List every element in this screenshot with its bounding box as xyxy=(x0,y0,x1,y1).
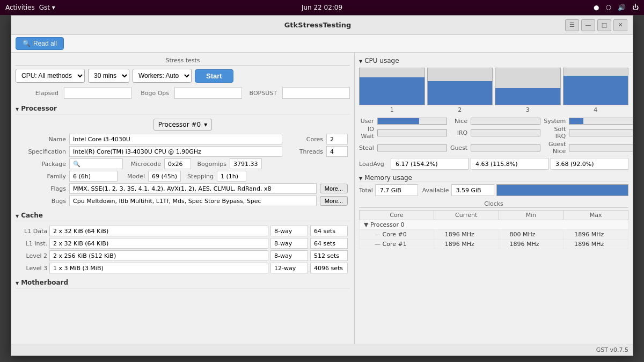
irq-stat-label: IRQ xyxy=(450,129,467,136)
processor-content: Processor #0 ▾ Name Intel Core i3-4030U … xyxy=(16,117,350,210)
level3-label: Level 3 xyxy=(18,265,47,272)
package-label: Package xyxy=(18,161,66,168)
stepping-value: 1 (1h) xyxy=(217,171,246,182)
iowait-stat-bar xyxy=(377,129,447,136)
level3-value: 1 x 3 MiB (3 MiB) xyxy=(49,263,268,273)
cpu-bar-3-label: 3 xyxy=(526,106,530,113)
available-label: Available xyxy=(422,187,449,194)
read-all-button[interactable]: 🔍 Read all xyxy=(16,37,64,50)
flags-row: Flags MMX, SSE(1, 2, 3, 3S, 4.1, 4.2), A… xyxy=(16,183,350,194)
maximize-button[interactable]: □ xyxy=(597,19,611,31)
l1data-sets: 64 sets xyxy=(310,226,348,236)
window-title: GtkStressTesting xyxy=(284,21,352,29)
cpu-bar-2-label: 2 xyxy=(458,106,462,113)
content-area: Stress tests CPU: All methods 30 mins Wo… xyxy=(11,53,633,344)
main-window: GtkStressTesting ☰ — □ ✕ 🔍 Read all Stre… xyxy=(11,15,633,356)
core1-max: 1896 MHz xyxy=(564,240,628,249)
loadavg-3: 3.68 (92.0%) xyxy=(551,158,628,170)
memory-bar xyxy=(496,184,629,196)
model-label: Model xyxy=(121,173,145,180)
spec-label: Specification xyxy=(18,148,66,155)
bogoops-label: Bogo Ops xyxy=(137,90,169,97)
name-value: Intel Core i3-4030U xyxy=(69,134,282,144)
level3-row: Level 3 1 x 3 MiB (3 MiB) 12-way 4096 se… xyxy=(16,263,350,273)
col-min: Min xyxy=(499,211,564,220)
cpu-method-select[interactable]: CPU: All methods xyxy=(16,69,85,83)
search-icon: 🔍 xyxy=(73,161,80,168)
level2-row: Level 2 2 x 256 KiB (512 KiB) 8-way 512 … xyxy=(16,250,350,261)
stress-controls: CPU: All methods 30 mins Workers: Auto S… xyxy=(16,69,350,83)
steal-stat-label: Steal xyxy=(359,144,374,151)
l1data-label: L1 Data xyxy=(18,228,47,235)
family-value: 6 (6h) xyxy=(69,171,118,182)
app-menu[interactable]: Gst ▾ xyxy=(39,4,55,11)
menu-button[interactable]: ☰ xyxy=(565,19,579,31)
core0-current: 1896 MHz xyxy=(434,230,499,240)
guest-stat-label: Guest xyxy=(450,144,467,151)
stepping-label: Stepping xyxy=(184,173,214,180)
cache-section-header[interactable]: Cache xyxy=(16,210,350,221)
core1-row: — Core #1 1896 MHz 1896 MHz 1896 MHz xyxy=(360,240,628,249)
motherboard-section-header[interactable]: Motherboard xyxy=(16,277,350,288)
memory-header: Memory usage xyxy=(359,174,628,182)
cache-section-label: Cache xyxy=(21,212,43,219)
bugs-label: Bugs xyxy=(18,198,66,205)
memory-title: Memory usage xyxy=(364,174,412,182)
cpu-bar-4: 4 xyxy=(563,68,629,113)
loadavg-row: LoadAvg 6.17 (154.2%) 4.63 (115.8%) 3.68… xyxy=(359,158,628,170)
cache-content: L1 Data 2 x 32 KiB (64 KiB) 8-way 64 set… xyxy=(16,223,350,277)
processor0-label: Processor 0 xyxy=(370,221,404,228)
statusbar: GST v0.7.5 xyxy=(11,344,633,356)
threads-label: Threads xyxy=(286,148,323,155)
flags-label: Flags xyxy=(18,185,66,192)
bugs-more-button[interactable]: More... xyxy=(320,196,348,206)
duration-select[interactable]: 30 mins xyxy=(88,69,129,83)
cpu-bar-1: 1 xyxy=(359,68,425,113)
right-panel: CPU usage 1 2 xyxy=(355,53,633,344)
elapsed-field xyxy=(64,87,131,99)
processor-selector-row: Processor #0 ▾ xyxy=(16,119,350,131)
irq-stat-bar xyxy=(471,129,540,136)
activities-label[interactable]: Activities xyxy=(5,4,35,11)
titlebar: GtkStressTesting ☰ — □ ✕ xyxy=(11,16,633,35)
binoculars-icon: 🔍 xyxy=(23,40,31,47)
core1-current: 1896 MHz xyxy=(434,240,499,249)
total-label: Total xyxy=(359,187,373,194)
family-row: Family 6 (6h) Model 69 (45h) Stepping 1 … xyxy=(16,171,350,182)
audio-icon: 🔊 xyxy=(618,4,626,11)
flags-more-button[interactable]: More... xyxy=(320,184,348,193)
l1inst-row: L1 Inst. 2 x 32 KiB (64 KiB) 8-way 64 se… xyxy=(16,238,350,249)
read-all-label: Read all xyxy=(33,40,57,47)
clocks-header: Clocks xyxy=(359,200,628,208)
l1data-row: L1 Data 2 x 32 KiB (64 KiB) 8-way 64 set… xyxy=(16,226,350,236)
workers-select[interactable]: Workers: Auto xyxy=(133,69,192,83)
spec-value: Intel(R) Core(TM) i3-4030U CPU @ 1.90GHz xyxy=(69,146,282,157)
processor-expand-icon xyxy=(16,105,19,112)
proc-select-arrow: ▾ xyxy=(204,121,207,128)
loadavg-label: LoadAvg xyxy=(359,161,389,168)
user-stat-label: User xyxy=(359,118,374,125)
core0-min: 800 MHz xyxy=(499,230,564,240)
stress-section-header: Stress tests xyxy=(16,57,350,66)
bugs-value: Cpu Meltdown, Itlb Multihit, L1Tf, Mds, … xyxy=(69,196,317,206)
l1inst-sets: 64 sets xyxy=(310,238,348,249)
core1-label: Core #1 xyxy=(383,241,407,248)
start-button[interactable]: Start xyxy=(195,69,233,83)
user-icon: ● xyxy=(594,4,599,11)
system-stat-bar xyxy=(569,118,633,125)
clocks-table: Core Current Min Max ▼ Processor 0 xyxy=(359,210,628,249)
processor-section-header[interactable]: Processor xyxy=(16,103,350,114)
level2-value: 2 x 256 KiB (512 KiB) xyxy=(49,250,268,261)
col-current: Current xyxy=(434,211,499,220)
level3-sets: 4096 sets xyxy=(310,263,348,273)
total-value: 7.7 GiB xyxy=(375,184,418,196)
level2-way: 8-way xyxy=(270,250,308,261)
cores-label: Cores xyxy=(286,136,323,143)
minimize-button[interactable]: — xyxy=(581,19,595,31)
family-label: Family xyxy=(18,173,66,180)
col-max: Max xyxy=(564,211,628,220)
processor-selector[interactable]: Processor #0 ▾ xyxy=(153,119,212,131)
close-button[interactable]: ✕ xyxy=(613,19,627,31)
left-panel: Stress tests CPU: All methods 30 mins Wo… xyxy=(11,53,355,344)
bogomips-value: 3791.33 xyxy=(230,158,262,169)
